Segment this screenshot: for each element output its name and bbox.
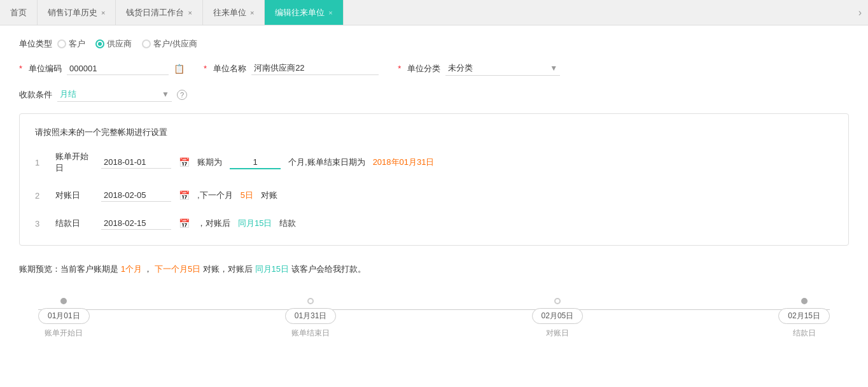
unit-category-field: * 单位分类 未分类 ▼: [398, 61, 560, 76]
preview-text: 账期预览：当前客户账期是 1个月 ， 下一个月5日 对账，对账后 同月15日 该…: [19, 256, 849, 285]
preview-suffix: 该客户会给我打款。: [291, 264, 366, 274]
page-content: 单位类型 客户 供应商 客户/供应商 * 单位编码: [0, 25, 868, 387]
tab-home-label: 首页: [10, 7, 27, 18]
unit-code-required: *: [19, 64, 22, 73]
tab-edit-partner[interactable]: 编辑往来单位 ×: [265, 0, 343, 25]
timeline-label-3: 对账日: [546, 328, 569, 339]
tab-partners-label: 往来单位: [213, 7, 246, 18]
tab-edit-partner-close[interactable]: ×: [328, 9, 332, 17]
unit-category-select[interactable]: 未分类 ▼: [445, 61, 560, 76]
period-calendar-2[interactable]: 📅: [179, 190, 190, 201]
radio-both-label: 客户/供应商: [153, 38, 197, 50]
period-label-2: 对账日: [55, 190, 94, 201]
period-num-3: 3: [35, 219, 48, 229]
unit-type-label: 单位类型: [19, 38, 52, 50]
timeline-section: 01月01日 账单开始日 01月31日 账单结束日 02月05日 对账日 02月…: [19, 298, 849, 364]
tabs-more-button[interactable]: ›: [852, 7, 868, 18]
timeline-badge-3: 02月05日: [532, 308, 584, 324]
period-suffix-3: 结款: [279, 218, 296, 229]
period-date-1[interactable]: [101, 156, 171, 169]
tab-edit-partner-label: 编辑往来单位: [275, 7, 325, 18]
payment-value: 月结: [60, 88, 162, 100]
tab-sales-history-label: 销售订单历史: [48, 7, 97, 18]
timeline-label-4: 结款日: [793, 328, 816, 339]
period-row-2: 2 对账日 📅 ,下一个月 5日 对账: [35, 189, 833, 202]
radio-customer-label: 客户: [69, 38, 85, 50]
tab-partners-close[interactable]: ×: [250, 9, 254, 17]
preview-prefix: 账期预览：当前客户账期是: [19, 264, 118, 274]
period-box: 请按照未来的一个完整帐期进行设置 1 账单开始日 📅 账期为 个月,账单结束日期…: [19, 113, 849, 246]
period-row-1: 1 账单开始日 📅 账期为 个月,账单结束日期为 2018年01月31日: [35, 151, 833, 174]
period-suffix-1: 个月,账单结束日期为: [288, 157, 365, 168]
timeline-badge-1: 01月01日: [38, 308, 90, 324]
payment-field: 收款条件 月结 ▼ ?: [19, 87, 187, 102]
tab-sales-history[interactable]: 销售订单历史 ×: [38, 0, 116, 25]
period-box-title: 请按照未来的一个完整帐期进行设置: [35, 127, 833, 138]
period-label-1: 账单开始日: [55, 151, 94, 174]
unit-name-field: * 单位名称: [204, 62, 379, 75]
timeline-label-2: 账单结束日: [291, 328, 330, 339]
period-highlight-2: 5日: [241, 190, 253, 201]
timeline-badge-4: 02月15日: [778, 308, 830, 324]
radio-supplier[interactable]: 供应商: [95, 38, 132, 50]
period-prefix-3: ，对账后: [197, 218, 230, 229]
unit-code-field: * 单位编码 📋: [19, 62, 185, 75]
preview-part2: 下一个月5日: [155, 264, 200, 274]
payment-label: 收款条件: [19, 89, 52, 101]
unit-category-dropdown-icon: ▼: [550, 64, 557, 73]
period-label-3: 结款日: [55, 218, 94, 229]
timeline-dot-1: [60, 298, 67, 304]
timeline-dot-4: [801, 298, 808, 304]
radio-customer-circle: [57, 39, 66, 48]
period-date-2[interactable]: [101, 189, 171, 202]
preview-middle2: 对账，对账后: [203, 264, 253, 274]
timeline-point-1: 01月01日 账单开始日: [38, 298, 90, 339]
period-num-1: 1: [35, 158, 48, 167]
radio-supplier-label: 供应商: [107, 38, 132, 50]
radio-customer[interactable]: 客户: [57, 38, 85, 50]
payment-select[interactable]: 月结 ▼: [57, 87, 172, 102]
tab-cashwork[interactable]: 钱货日清工作台 ×: [116, 0, 202, 25]
unit-type-radio-group: 客户 供应商 客户/供应商: [57, 38, 197, 50]
payment-dropdown-icon: ▼: [162, 90, 169, 99]
tab-cashwork-label: 钱货日清工作台: [126, 7, 184, 18]
unit-type-row: 单位类型 客户 供应商 客户/供应商: [19, 38, 849, 50]
period-row-3: 3 结款日 📅 ，对账后 同月15日 结款: [35, 217, 833, 230]
period-number-input[interactable]: [230, 156, 281, 169]
preview-part3: 同月15日: [255, 264, 289, 274]
unit-name-label: 单位名称: [213, 63, 246, 74]
timeline-wrapper: 01月01日 账单开始日 01月31日 账单结束日 02月05日 对账日 02月…: [38, 298, 830, 339]
unit-code-calendar-icon[interactable]: 📋: [174, 64, 185, 74]
unit-name-input[interactable]: [251, 62, 379, 75]
period-middle-text-1: 账期为: [197, 157, 222, 168]
tab-home[interactable]: 首页: [0, 0, 38, 25]
unit-category-value: 未分类: [448, 62, 550, 74]
period-calendar-3[interactable]: 📅: [179, 218, 190, 229]
payment-help-icon[interactable]: ?: [177, 90, 187, 100]
period-highlight-3: 同月15日: [238, 218, 272, 229]
tab-partners[interactable]: 往来单位 ×: [203, 0, 265, 25]
unit-code-label: 单位编码: [29, 63, 62, 74]
timeline-point-3: 02月05日 对账日: [532, 298, 584, 339]
timeline-dot-3: [554, 298, 561, 304]
unit-info-row: * 单位编码 📋 * 单位名称 * 单位分类 未分类 ▼: [19, 61, 849, 76]
timeline-point-2: 01月31日 账单结束日: [285, 298, 337, 339]
radio-supplier-circle: [95, 39, 104, 48]
preview-middle1: ，: [144, 264, 152, 274]
unit-category-required: *: [398, 64, 401, 73]
period-calendar-1[interactable]: 📅: [179, 157, 190, 167]
period-suffix-2: 对账: [261, 190, 277, 201]
period-date-3[interactable]: [101, 217, 171, 230]
tab-cashwork-close[interactable]: ×: [188, 9, 192, 17]
unit-code-input[interactable]: [67, 62, 169, 75]
tabs-bar: 首页 销售订单历史 × 钱货日清工作台 × 往来单位 × 编辑往来单位 × ›: [0, 0, 868, 25]
tab-sales-history-close[interactable]: ×: [101, 9, 105, 17]
period-num-2: 2: [35, 191, 48, 201]
unit-type-field: 单位类型 客户 供应商 客户/供应商: [19, 38, 197, 50]
timeline-label-1: 账单开始日: [45, 328, 83, 339]
radio-both[interactable]: 客户/供应商: [142, 38, 197, 50]
period-prefix-2: ,下一个月: [197, 190, 233, 201]
timeline-point-4: 02月15日 结款日: [778, 298, 830, 339]
period-highlight-1: 2018年01月31日: [373, 157, 435, 168]
timeline-dot-2: [307, 298, 314, 304]
